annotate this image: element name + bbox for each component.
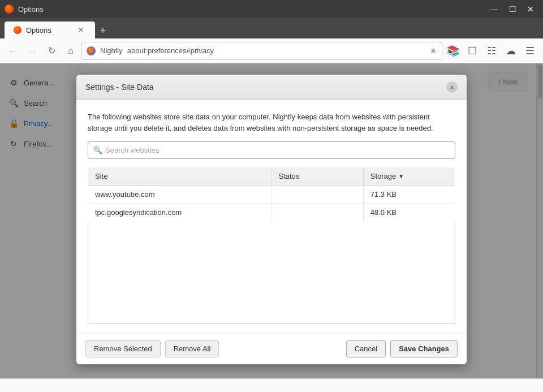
save-changes-button[interactable]: Save Changes	[390, 340, 458, 357]
maximize-button[interactable]: ☐	[505, 1, 520, 17]
tab-close-button[interactable]: ✕	[76, 25, 86, 35]
nav-bar: ← → ↻ ⌂ Nightly ★ 📚 ☐ ☷ ☁ ☰	[0, 38, 543, 63]
forward-icon: →	[28, 46, 37, 56]
bookmark-icon[interactable]: ★	[429, 45, 437, 56]
new-tab-button[interactable]: +	[95, 23, 111, 38]
site-data-table-container: Site Status Storage ▼	[88, 167, 455, 324]
cell-status-1	[272, 186, 363, 204]
browser-frame: Options — ☐ ✕ Options ✕ + ← → ↻ ⌂ Nig	[0, 0, 543, 392]
window-controls: — ☐ ✕	[486, 1, 538, 17]
remove-selected-button[interactable]: Remove Selected	[85, 340, 161, 357]
sidebar-toggle-icon[interactable]: ☐	[464, 42, 481, 59]
toolbar-icons: 📚 ☐ ☷ ☁ ☰	[445, 42, 538, 59]
page-content: ⚙ Genera... 🔍 Search 🔒 Privacy... ↻ Fire…	[0, 63, 543, 378]
cancel-button[interactable]: Cancel	[346, 340, 386, 357]
back-icon: ←	[8, 46, 18, 56]
table-empty-area	[88, 222, 455, 324]
cell-storage-1: 71.3 KB	[363, 186, 455, 204]
modal-overlay: Settings - Site Data × The following web…	[0, 63, 543, 378]
col-site: Site	[88, 167, 272, 186]
modal-description: The following websites store site data o…	[88, 111, 455, 133]
modal-header: Settings - Site Data ×	[76, 75, 467, 100]
reload-icon: ↻	[48, 45, 55, 56]
table-row[interactable]: www.youtube.com 71.3 KB	[88, 186, 455, 204]
col-storage[interactable]: Storage ▼	[363, 167, 455, 186]
minimize-button[interactable]: —	[486, 1, 502, 17]
search-icon-small: 🔍	[93, 146, 102, 154]
forward-button[interactable]: →	[24, 42, 41, 59]
tab-favicon	[14, 26, 21, 34]
reload-button[interactable]: ↻	[43, 42, 60, 59]
tab-bar: Options ✕ +	[0, 18, 543, 38]
library-icon[interactable]: 📚	[445, 42, 462, 59]
cell-site-2: tpc.googlesyndication.com	[88, 204, 272, 222]
remove-all-button[interactable]: Remove All	[165, 340, 219, 357]
firefox-logo	[5, 5, 14, 14]
cell-storage-2: 48.0 KB	[363, 204, 455, 222]
close-icon: ×	[450, 83, 454, 92]
address-bar-container: Nightly ★	[81, 42, 442, 60]
active-tab[interactable]: Options ✕	[5, 21, 95, 38]
tab-label: Options	[26, 26, 51, 35]
sync-icon[interactable]: ☁	[502, 42, 519, 59]
modal-body: The following websites store site data o…	[76, 100, 467, 333]
tabs-icon[interactable]: ☷	[483, 42, 500, 59]
nightly-label: Nightly	[100, 46, 123, 55]
status-bar	[0, 378, 543, 392]
sort-icon: ▼	[398, 173, 404, 179]
home-button[interactable]: ⌂	[62, 42, 79, 59]
search-wrapper: 🔍	[88, 141, 455, 159]
modal-title: Settings - Site Data	[85, 83, 154, 92]
home-icon: ⌂	[68, 46, 74, 56]
cell-status-2	[272, 204, 363, 222]
table-header-row: Site Status Storage ▼	[88, 167, 455, 186]
site-icon	[87, 46, 96, 55]
modal-close-button[interactable]: ×	[446, 81, 458, 93]
back-button[interactable]: ←	[5, 42, 21, 59]
modal-footer: Remove Selected Remove All Cancel Save C…	[76, 333, 467, 364]
cell-site-1: www.youtube.com	[88, 186, 272, 204]
app-title: Options	[18, 5, 44, 14]
table-body: www.youtube.com 71.3 KB tpc.googlesyndic…	[88, 186, 455, 222]
modal-dialog: Settings - Site Data × The following web…	[76, 75, 467, 364]
site-data-table: Site Status Storage ▼	[88, 167, 455, 222]
col-status: Status	[272, 167, 363, 186]
menu-icon[interactable]: ☰	[522, 42, 538, 59]
table-row[interactable]: tpc.googlesyndication.com 48.0 KB	[88, 204, 455, 222]
search-websites-input[interactable]	[88, 141, 455, 159]
title-bar: Options — ☐ ✕	[0, 0, 543, 18]
close-button[interactable]: ✕	[523, 1, 538, 17]
address-input[interactable]	[127, 46, 425, 55]
